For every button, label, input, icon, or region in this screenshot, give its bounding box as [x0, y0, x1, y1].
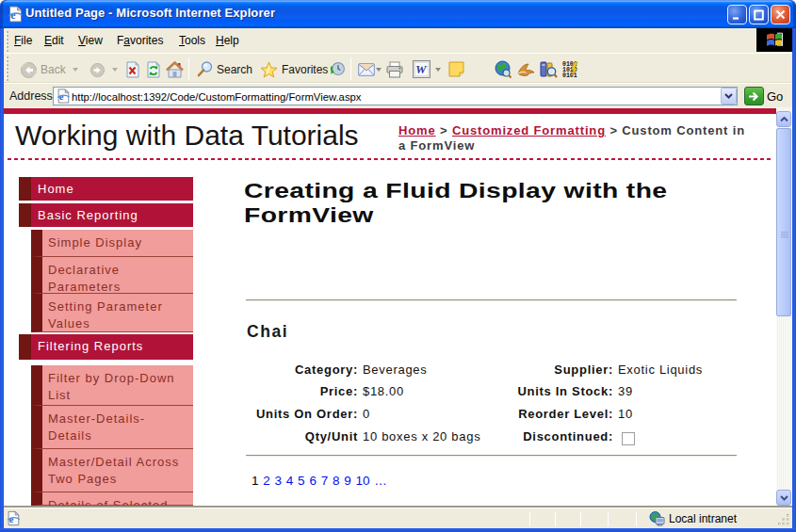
svg-text:0101: 0101 [562, 73, 577, 78]
svg-text:e: e [10, 8, 16, 22]
svg-text:e: e [59, 91, 64, 102]
svg-text:W: W [415, 62, 428, 76]
svg-text:e: e [9, 514, 14, 524]
